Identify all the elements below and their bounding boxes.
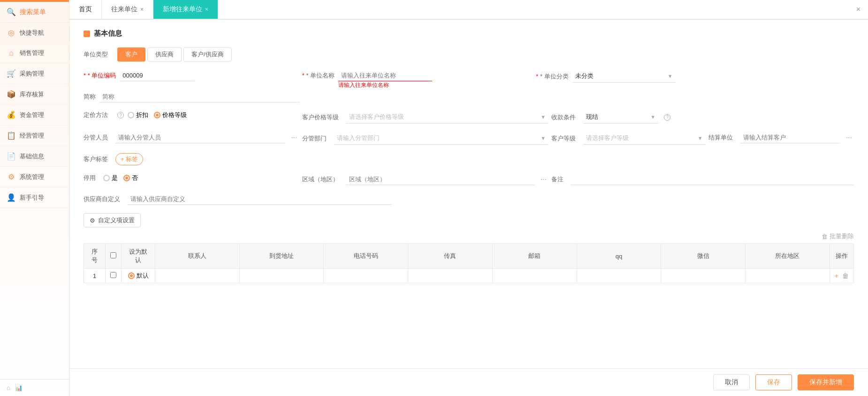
- td-fax: [408, 269, 493, 283]
- settlement-unit-input[interactable]: [740, 132, 840, 143]
- radio-level-circle: [154, 112, 160, 118]
- sidebar-item-newbie[interactable]: 👤 新手引导: [0, 187, 69, 208]
- pricing-radio-discount[interactable]: 折扣: [128, 111, 148, 119]
- delete-row-button[interactable]: 🗑: [842, 272, 849, 280]
- sidebar-item-sales[interactable]: ⌂ 销售管理: [0, 43, 69, 63]
- search-menu[interactable]: 🔍 搜索菜单: [0, 2, 69, 23]
- fax-input[interactable]: [417, 272, 484, 280]
- main-area: 首页 往来单位 × 新增往来单位 × × 基本信息 单位类型 客户 供应商 客户…: [69, 0, 868, 396]
- th-contact: 联系人: [155, 244, 239, 269]
- department-select[interactable]: 请输入分管部门 ▼: [334, 132, 548, 145]
- cancel-button[interactable]: 取消: [713, 374, 750, 390]
- sidebar-item-system[interactable]: ⚙ 系统管理: [0, 167, 69, 187]
- row-default-radio[interactable]: 默认: [126, 272, 150, 280]
- customer-price-level-placeholder: 请选择客户价格等级: [349, 113, 404, 121]
- region-input[interactable]: [754, 272, 821, 280]
- section-basic-info: 基本信息: [84, 29, 854, 38]
- save-new-button[interactable]: 保存并新增: [798, 374, 854, 390]
- payment-terms-select[interactable]: 现结 ▼: [583, 111, 658, 124]
- sidebar-item-basic[interactable]: 📄 基础信息: [0, 146, 69, 167]
- manager-label: 分管人员: [84, 133, 108, 142]
- sidebar-footer: ⌂ 📊: [0, 379, 69, 396]
- customer-level-placeholder: 请选择客户等级: [586, 134, 629, 142]
- sidebar-item-finance[interactable]: 💰 资金管理: [0, 105, 69, 125]
- batch-delete-button[interactable]: 🗑 批量删除: [822, 232, 854, 241]
- tabs-global-close[interactable]: ×: [849, 0, 868, 19]
- unit-name-input[interactable]: [338, 70, 432, 81]
- inventory-icon: 📦: [7, 90, 16, 99]
- td-actions: + 🗑: [830, 269, 853, 283]
- email-input[interactable]: [501, 272, 568, 280]
- customer-level-arrow: ▼: [698, 135, 703, 141]
- pricing-radio-level[interactable]: 价格等级: [154, 111, 187, 119]
- type-btn-customer[interactable]: 客户: [117, 47, 145, 62]
- sidebar-label-basic: 基础信息: [20, 152, 44, 161]
- sidebar-label-inventory: 库存核算: [20, 90, 44, 99]
- disabled-radio-yes[interactable]: 是: [103, 174, 118, 182]
- payment-terms-help-icon[interactable]: ?: [664, 114, 670, 121]
- tab-partners-close[interactable]: ×: [140, 6, 144, 13]
- tab-new-partner-label: 新增往来单位: [163, 5, 202, 14]
- manager-input[interactable]: [115, 132, 285, 143]
- manager-ellipsis[interactable]: ···: [289, 132, 299, 143]
- department-placeholder: 请输入分管部门: [337, 134, 380, 142]
- contact-input[interactable]: [164, 272, 231, 280]
- pricing-help-icon[interactable]: ?: [117, 112, 124, 118]
- tab-partners-label: 往来单位: [111, 5, 137, 14]
- table-header-row: 序号 设为默认 联系人 到货地址 电话号码 传真 邮箱 qq 微信 所在地区 操…: [84, 244, 854, 269]
- type-btn-both[interactable]: 客户/供应商: [183, 47, 232, 62]
- disabled-radio-no[interactable]: 否: [123, 174, 138, 182]
- select-all-checkbox[interactable]: [110, 252, 116, 258]
- tab-partners[interactable]: 往来单位 ×: [102, 0, 153, 19]
- sidebar-item-operations[interactable]: 📋 经营管理: [0, 125, 69, 146]
- row-disabled-area: 停用 是 否 区域（地区） ···: [84, 174, 854, 185]
- wechat-input[interactable]: [670, 272, 737, 280]
- row-checkbox[interactable]: [110, 272, 116, 278]
- customer-price-level-select[interactable]: 请选择客户价格等级 ▼: [346, 111, 548, 124]
- table-row: 1 默认: [84, 269, 854, 283]
- customer-level-select[interactable]: 请选择客户等级 ▼: [583, 132, 705, 145]
- unit-name-label: * * 单位名称: [302, 71, 335, 80]
- th-email: 邮箱: [492, 244, 577, 269]
- unit-name-wrapper: 请输入往来单位名称: [338, 70, 533, 81]
- supplier-custom-input[interactable]: [128, 194, 392, 205]
- short-name-input[interactable]: [99, 91, 299, 102]
- sidebar-item-quick-nav[interactable]: ◎ 快捷导航: [0, 23, 69, 43]
- radio-yes-label: 是: [112, 174, 118, 182]
- sidebar-item-purchase[interactable]: 🛒 采购管理: [0, 63, 69, 84]
- tab-new-partner[interactable]: 新增往来单位 ×: [153, 0, 218, 19]
- td-qq: [577, 269, 661, 283]
- custom-settings-row: ⚙ 自定义项设置: [84, 213, 854, 227]
- row-unit-code-name-cat: * * 单位编码 * * 单位名称 请输入往来单位名称: [84, 70, 854, 83]
- area-input[interactable]: [346, 174, 535, 185]
- add-tag-label: + 标签: [121, 155, 138, 163]
- remark-input[interactable]: [571, 174, 854, 185]
- settlement-unit-ellipsis[interactable]: ···: [844, 132, 854, 143]
- td-address: [239, 269, 324, 283]
- radio-yes-circle: [103, 175, 110, 181]
- row-unit-type: 单位类型 客户 供应商 客户/供应商: [84, 47, 854, 62]
- area-ellipsis[interactable]: ···: [539, 174, 548, 185]
- sidebar: 🔍 搜索菜单 ◎ 快捷导航 ⌂ 销售管理 🛒 采购管理 📦 库存核算 💰 资金管…: [0, 0, 69, 396]
- save-button[interactable]: 保存: [755, 374, 792, 390]
- table-header: 序号 设为默认 联系人 到货地址 电话号码 传真 邮箱 qq 微信 所在地区 操…: [84, 244, 854, 269]
- sidebar-item-inventory[interactable]: 📦 库存核算: [0, 84, 69, 105]
- supplier-custom-label: 供应商自定义: [84, 195, 120, 203]
- tab-new-partner-close[interactable]: ×: [205, 6, 208, 13]
- phone-input[interactable]: [332, 272, 399, 280]
- address-input[interactable]: [248, 272, 315, 280]
- customer-price-level-label: 客户价格等级: [302, 113, 339, 122]
- contact-table: 序号 设为默认 联系人 到货地址 电话号码 传真 邮箱 qq 微信 所在地区 操…: [84, 243, 854, 283]
- type-btn-supplier[interactable]: 供应商: [147, 47, 182, 62]
- operations-icon: 📋: [7, 131, 16, 140]
- row-supplier-custom: 供应商自定义: [84, 194, 854, 205]
- custom-settings-button[interactable]: ⚙ 自定义项设置: [84, 213, 141, 227]
- unit-code-input[interactable]: [120, 70, 195, 81]
- add-tag-button[interactable]: + 标签: [115, 153, 143, 165]
- unit-type-label: 单位类型: [84, 50, 108, 59]
- tab-home[interactable]: 首页: [69, 0, 102, 19]
- qq-input[interactable]: [585, 272, 652, 280]
- unit-category-select[interactable]: 未分类 ▼: [572, 70, 676, 83]
- add-row-button[interactable]: +: [835, 272, 838, 280]
- custom-settings-label: 自定义项设置: [98, 216, 135, 225]
